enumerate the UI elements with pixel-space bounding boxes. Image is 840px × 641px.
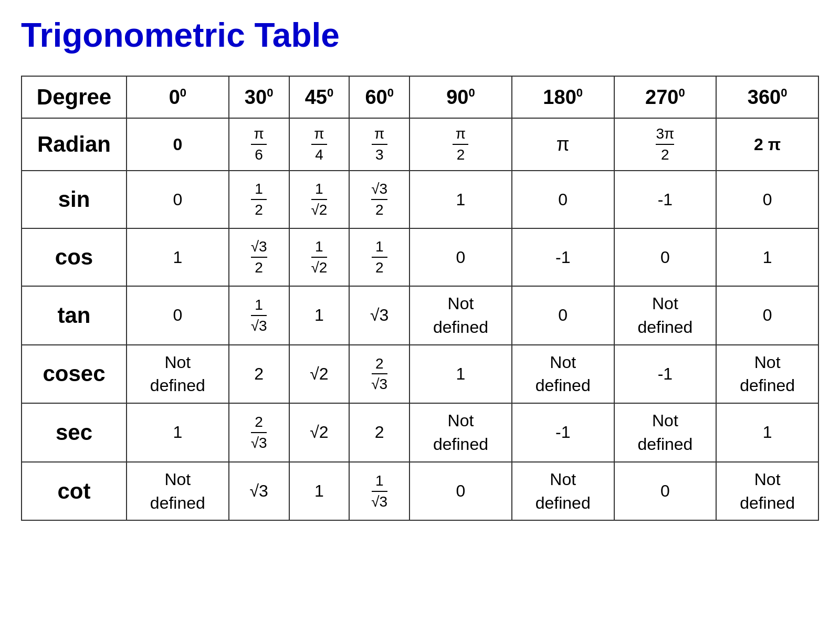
cosec-0: Notdefined [127,345,229,404]
radian-row: Radian 0 π 6 π 4 π 3 π 2 π [22,118,818,171]
sec-180: -1 [512,403,614,462]
col-270deg: 2700 [614,76,717,118]
radian-30: π 6 [229,118,289,171]
header-row: Degree 00 300 450 600 900 1800 2700 3600 [22,76,818,118]
cosec-90: 1 [410,345,512,404]
cosec-180: Notdefined [512,345,614,404]
sin-30: 1 2 [229,171,289,228]
col-90deg: 900 [410,76,512,118]
sec-0: 1 [127,403,229,462]
cosec-45: √2 [289,345,350,404]
page-title: Trigonometric Table [21,16,819,55]
col-30deg: 300 [229,76,289,118]
sec-270: Notdefined [614,403,717,462]
cosec-270: -1 [614,345,717,404]
cot-45: 1 [289,462,350,521]
sin-45: 1 √2 [289,171,350,228]
radian-360: 2 π [716,118,818,171]
cot-90: 0 [410,462,512,521]
cot-0: Notdefined [127,462,229,521]
sec-label: sec [22,403,127,462]
radian-60: π 3 [349,118,410,171]
cos-45: 1 √2 [289,228,350,286]
sec-row: sec 1 2 √3 √2 2 Notdefined -1 Notdefined… [22,403,818,462]
cos-360: 1 [716,228,818,286]
cot-60: 1 √3 [349,462,410,521]
sec-45: √2 [289,403,350,462]
cos-row: cos 1 √3 2 1 √2 1 2 0 -1 0 1 [22,228,818,286]
cos-label: cos [22,228,127,286]
radian-270: 3π 2 [614,118,717,171]
cot-30: √3 [229,462,289,521]
tan-30: 1 √3 [229,286,289,345]
cot-180: Notdefined [512,462,614,521]
cot-label: cot [22,462,127,521]
sec-30: 2 √3 [229,403,289,462]
cos-180: -1 [512,228,614,286]
sin-60: √3 2 [349,171,410,228]
radian-180: π [512,118,614,171]
cot-360: Notdefined [716,462,818,521]
cosec-label: cosec [22,345,127,404]
cot-row: cot Notdefined √3 1 1 √3 0 Notdefined 0 … [22,462,818,521]
cot-270: 0 [614,462,717,521]
tan-90: Notdefined [410,286,512,345]
cos-270: 0 [614,228,717,286]
sin-row: sin 0 1 2 1 √2 √3 2 1 0 -1 0 [22,171,818,228]
cos-0: 1 [127,228,229,286]
tan-0: 0 [127,286,229,345]
radian-45: π 4 [289,118,350,171]
sin-label: sin [22,171,127,228]
tan-180: 0 [512,286,614,345]
sin-0: 0 [127,171,229,228]
sin-360: 0 [716,171,818,228]
sec-360: 1 [716,403,818,462]
tan-270: Notdefined [614,286,717,345]
col-180deg: 1800 [512,76,614,118]
sec-60: 2 [349,403,410,462]
cos-30: √3 2 [229,228,289,286]
sin-270: -1 [614,171,717,228]
tan-row: tan 0 1 √3 1 √3 Notdefined 0 Notdefined … [22,286,818,345]
trig-table: Degree 00 300 450 600 900 1800 2700 3600… [21,76,819,521]
col-60deg: 600 [349,76,410,118]
tan-label: tan [22,286,127,345]
tan-60: √3 [349,286,410,345]
cosec-row: cosec Notdefined 2 √2 2 √3 1 Notdefined … [22,345,818,404]
col-45deg: 450 [289,76,350,118]
radian-0: 0 [127,118,229,171]
cosec-360: Notdefined [716,345,818,404]
col-360deg: 3600 [716,76,818,118]
cosec-60: 2 √3 [349,345,410,404]
radian-90: π 2 [410,118,512,171]
sin-90: 1 [410,171,512,228]
sec-90: Notdefined [410,403,512,462]
cos-90: 0 [410,228,512,286]
cosec-30: 2 [229,345,289,404]
sin-180: 0 [512,171,614,228]
tan-360: 0 [716,286,818,345]
radian-label: Radian [22,118,127,171]
tan-45: 1 [289,286,350,345]
col-0deg: 00 [127,76,229,118]
cos-60: 1 2 [349,228,410,286]
degree-label: Degree [22,76,127,118]
